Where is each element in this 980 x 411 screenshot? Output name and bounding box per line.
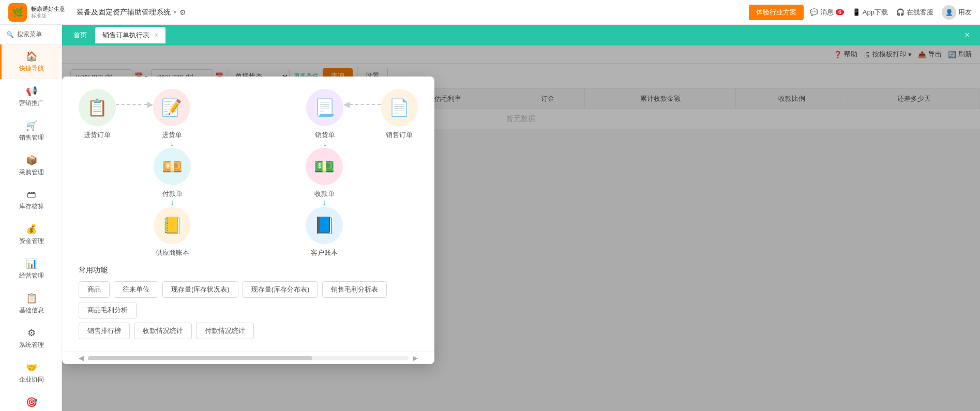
sidebar-item-purchase[interactable]: 📦 采购管理: [0, 148, 62, 183]
flow-supplier-ledger: 📒 供应商账本: [154, 207, 191, 257]
flow-section: 📋 进货订单 ▶: [62, 77, 434, 266]
sidebar-item-quick[interactable]: 🏠 快捷导航: [0, 44, 62, 79]
modal-box: 📋 进货订单 ▶: [62, 77, 434, 364]
payment-circle[interactable]: 💴: [154, 148, 191, 185]
scroll-right-icon[interactable]: ▶: [413, 354, 418, 362]
func-btn-row2: 销售排行榜 收款情况统计 付款情况统计: [79, 323, 418, 339]
online-service-btn[interactable]: 🎧 在线客服: [896, 8, 933, 17]
sales-icon: 🛒: [26, 120, 37, 131]
purchase-order-label: 进货订单: [84, 130, 111, 140]
content-area: 首页 销售订单执行表 × × ❓ 帮助 🖨 按: [62, 25, 980, 411]
supplier-ledger-label: 供应商账本: [156, 248, 189, 257]
system-dropdown-icon[interactable]: ▾: [174, 9, 176, 15]
sale-circle[interactable]: 📃: [306, 89, 343, 126]
basic-icon: 📋: [26, 293, 37, 304]
sidebar-item-guide[interactable]: 🎯 新手引导: [0, 390, 62, 411]
func-btn-product-gross[interactable]: 商品毛利分析: [79, 302, 137, 318]
receipt-label: 收款单: [314, 189, 335, 199]
page-content: ❓ 帮助 🖨 按模板打印 ▾ 📤 导出 🔄 刷新: [62, 45, 980, 411]
purchase-circle[interactable]: 📝: [153, 89, 190, 126]
flow-sale-order: 📄 销售订单: [381, 89, 418, 140]
flow-sale: 📃 销货单 ↓: [306, 89, 343, 148]
customer-ledger-label: 客户账本: [311, 248, 338, 257]
sale-label: 销货单: [315, 130, 335, 140]
sidebar-item-operation[interactable]: 📊 经营管理: [0, 252, 62, 286]
system-title-text: 装备及固定资产辅助管理系统: [77, 8, 171, 17]
operation-icon: 📊: [26, 258, 37, 269]
func-btn-payment-stat[interactable]: 付款情况统计: [196, 323, 254, 339]
flow-customer-ledger: 📘 客户账本: [306, 207, 343, 257]
purchase-order-circle[interactable]: 📋: [79, 89, 116, 126]
supplier-ledger-circle[interactable]: 📒: [154, 207, 191, 244]
enterprise-icon: 🤝: [26, 362, 37, 373]
func-btn-product[interactable]: 商品: [79, 281, 110, 298]
search-icon: 🔍: [6, 31, 14, 38]
receipt-circle[interactable]: 💵: [306, 148, 343, 185]
message-icon: 💬: [810, 8, 818, 16]
tab-bar: 首页 销售订单执行表 × ×: [62, 25, 980, 45]
app-download-btn[interactable]: 📱 App下载: [852, 8, 888, 17]
window-close-icon[interactable]: ×: [959, 31, 976, 40]
finance-icon: 💰: [26, 223, 37, 235]
func-btn-receipt-stat[interactable]: 收款情况统计: [134, 323, 192, 339]
func-btn-sales-rank[interactable]: 销售排行榜: [79, 323, 130, 339]
purchase-icon: 📦: [26, 155, 37, 166]
common-title: 常用功能: [79, 266, 418, 275]
func-btn-stock-dist[interactable]: 现存量(库存分布表): [243, 281, 319, 298]
sidebar-item-system[interactable]: ⚙ 系统管理: [0, 321, 62, 356]
sale-down-arrow: ↓: [323, 140, 327, 148]
system-icon: ⚙: [27, 327, 36, 339]
func-btn-counterpart[interactable]: 往来单位: [114, 281, 158, 298]
gear-icon[interactable]: ⚙: [179, 8, 186, 17]
sidebar: 🔍 搜索菜单 🏠 快捷导航 📢 营销推广 🛒 销售管理 📦 采购管理 🗃: [0, 25, 62, 411]
message-badge: 6: [836, 9, 844, 15]
logo-area: 🌿 畅康通好生意 标准版: [8, 3, 70, 22]
avatar: 👤: [942, 5, 956, 20]
header-right: 💬 消息 6 📱 App下载 🎧 在线客服 👤 用友: [810, 5, 972, 20]
func-btn-row1: 商品 往来单位 现存量(库存状况表) 现存量(库存分布表) 销售毛利分析表 商品…: [79, 281, 418, 318]
payment-down-arrow: ↓: [170, 199, 174, 207]
common-section: 常用功能 商品 往来单位 现存量(库存状况表) 现存量(库存分布表) 销售毛利分…: [62, 266, 434, 352]
tab-sales-exec[interactable]: 销售订单执行表 ×: [95, 27, 165, 43]
modal-overlay: 📋 进货订单 ▶: [62, 45, 980, 411]
scroll-track[interactable]: [88, 356, 409, 360]
scroll-left-icon[interactable]: ◀: [79, 354, 84, 362]
receipt-down-arrow: ↓: [322, 199, 326, 207]
system-title-area: 装备及固定资产辅助管理系统 ▾ ⚙: [77, 8, 743, 17]
func-btn-stock-status[interactable]: 现存量(库存状况表): [162, 281, 238, 298]
search-menu[interactable]: 🔍 搜索菜单: [0, 25, 62, 44]
purchase-label: 进货单: [162, 130, 182, 140]
inventory-icon: 🗃: [27, 189, 36, 200]
flow-purchase-order: 📋 进货订单: [79, 89, 116, 140]
purchase-down-arrow: ↓: [170, 140, 174, 148]
tab-close-icon[interactable]: ×: [155, 32, 158, 39]
sidebar-item-sales[interactable]: 🛒 销售管理: [0, 114, 62, 148]
message-btn[interactable]: 💬 消息 6: [810, 8, 844, 17]
download-icon: 📱: [852, 8, 861, 16]
user-btn[interactable]: 👤 用友: [942, 5, 972, 20]
customer-ledger-circle[interactable]: 📘: [306, 207, 343, 244]
service-icon: 🎧: [896, 8, 904, 16]
home-icon: 🏠: [26, 51, 37, 62]
scroll-bar-area: ◀ ▶: [62, 352, 434, 364]
logo-icon: 🌿: [8, 3, 27, 22]
flow-payment: 💴 付款单 ↓: [154, 148, 191, 207]
guide-icon: 🎯: [26, 397, 37, 408]
sidebar-item-finance[interactable]: 💰 资金管理: [0, 217, 62, 252]
payment-label: 付款单: [162, 189, 183, 199]
try-btn[interactable]: 体验行业方案: [749, 5, 804, 20]
func-btn-gross-analysis[interactable]: 销售毛利分析表: [322, 281, 387, 298]
marketing-icon: 📢: [26, 85, 37, 97]
flow-purchase: 📝 进货单 ↓: [153, 89, 190, 148]
main-content: 🔍 搜索菜单 🏠 快捷导航 📢 营销推广 🛒 销售管理 📦 采购管理 🗃: [0, 25, 980, 411]
flow-receipt: 💵 收款单 ↓: [306, 148, 343, 207]
top-header: 🌿 畅康通好生意 标准版 装备及固定资产辅助管理系统 ▾ ⚙ 体验行业方案 💬 …: [0, 0, 980, 25]
scroll-thumb: [88, 356, 312, 360]
sidebar-item-inventory[interactable]: 🗃 库存核算: [0, 183, 62, 217]
sidebar-item-enterprise[interactable]: 🤝 企业协同: [0, 356, 62, 390]
logo-text: 畅康通好生意 标准版: [31, 5, 65, 19]
sidebar-item-marketing[interactable]: 📢 营销推广: [0, 79, 62, 114]
sidebar-item-basic[interactable]: 📋 基础信息: [0, 286, 62, 321]
tab-home[interactable]: 首页: [66, 27, 94, 43]
sale-order-circle[interactable]: 📄: [381, 89, 418, 126]
